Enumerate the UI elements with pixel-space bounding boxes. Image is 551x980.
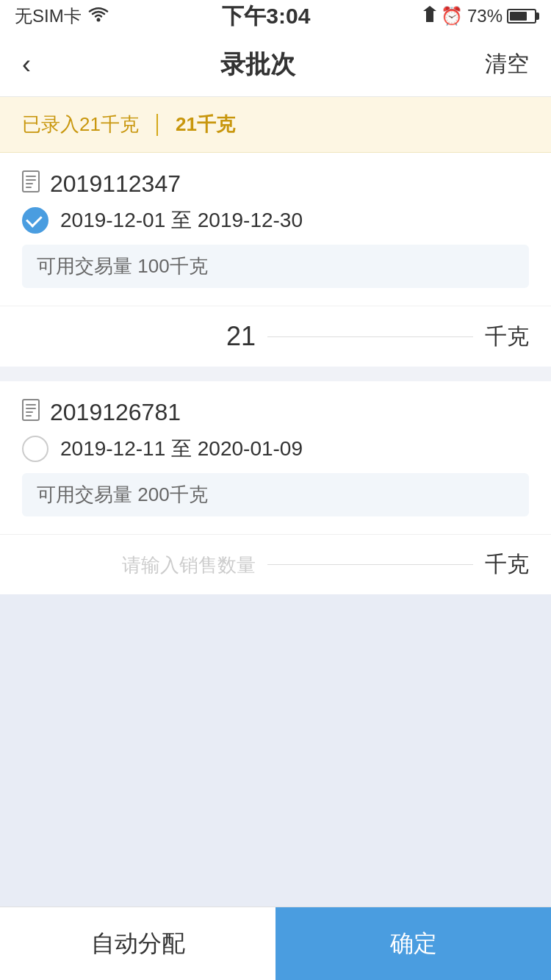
summary-value: 21千克 [176,112,235,137]
batch-date-1: 2019-12-01 至 2019-12-30 [60,206,303,234]
section-divider-1 [0,367,551,381]
batch-available-1: 可用交易量 100千克 [22,245,529,288]
nav-bar: ‹ 录批次 清空 [0,32,551,97]
empty-area [0,594,551,932]
svg-rect-3 [26,179,36,181]
batch-id-2: 2019126781 [50,399,181,426]
batch-id-row-2: 2019126781 [22,399,529,426]
batch-date-row-2[interactable]: 2019-12-11 至 2020-01-09 [22,435,529,463]
alarm-icon: ⏰ [441,6,463,26]
svg-point-0 [96,18,100,22]
batch-id-1: 2019112347 [50,170,181,198]
quantity-underline-2 [267,564,473,565]
location-icon [423,6,436,26]
svg-rect-10 [26,415,32,417]
svg-rect-9 [26,411,33,413]
svg-rect-7 [26,404,36,406]
quantity-unit-2: 千克 [485,550,529,580]
battery-icon [507,9,536,24]
batch-available-2: 可用交易量 200千克 [22,473,529,516]
batch-date-row-1[interactable]: 2019-12-01 至 2019-12-30 [22,206,529,234]
radio-1[interactable] [22,207,48,234]
batch-card-2: 2019126781 2019-12-11 至 2020-01-09 可用交易量… [0,381,551,594]
quantity-filled-1: 21 [226,321,256,352]
svg-rect-4 [26,183,33,184]
radio-2[interactable] [22,436,48,462]
quantity-underline-1 [267,336,473,337]
bottom-bar: 自动分配 确定 [0,907,551,980]
battery-percent: 73% [467,6,503,26]
page-title: 录批次 [220,48,295,82]
back-button[interactable]: ‹ [22,49,31,80]
batch-card-1: 2019112347 2019-12-01 至 2019-12-30 可用交易量… [0,153,551,367]
summary-divider [156,114,158,136]
carrier-text: 无SIM卡 [15,4,82,28]
doc-icon-2 [22,399,43,426]
confirm-button[interactable]: 确定 [276,907,551,980]
svg-rect-1 [23,171,39,192]
quantity-unit-1: 千克 [485,322,529,352]
auto-distribute-button[interactable]: 自动分配 [0,907,276,980]
status-time: 下午3:04 [222,1,310,32]
batch-date-2: 2019-12-11 至 2020-01-09 [60,435,303,463]
svg-rect-6 [23,400,39,420]
status-left: 无SIM卡 [15,4,109,28]
svg-rect-5 [26,187,32,188]
content-area: 2019112347 2019-12-01 至 2019-12-30 可用交易量… [0,153,551,980]
quantity-input-2[interactable] [50,553,256,577]
status-bar: 无SIM卡 下午3:04 ⏰ 73% [0,0,551,32]
status-right: ⏰ 73% [423,6,536,26]
clear-button[interactable]: 清空 [485,49,529,79]
summary-banner: 已录入21千克 21千克 [0,97,551,153]
doc-icon-1 [22,170,43,198]
batch-id-row-1: 2019112347 [22,170,529,198]
svg-rect-2 [26,176,36,177]
svg-rect-8 [26,408,36,409]
quantity-row-2: 千克 [0,534,551,594]
recorded-label: 已录入21千克 [22,112,139,137]
wifi-icon [87,6,109,26]
quantity-row-1: 21 千克 [0,306,551,367]
